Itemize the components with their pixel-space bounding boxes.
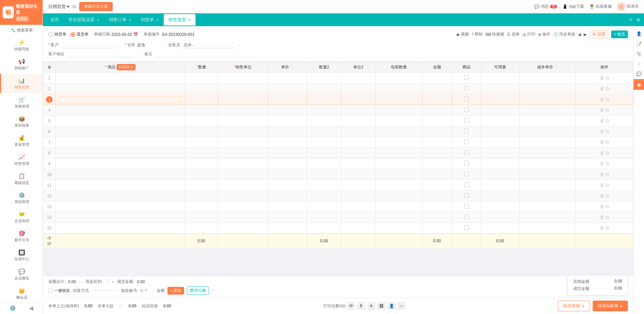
one-click-payment[interactable]: 一键收款 bbox=[48, 288, 70, 294]
cost-price-cell[interactable] bbox=[519, 105, 576, 116]
price-cell[interactable] bbox=[268, 94, 307, 105]
header-gear-icon[interactable]: ⚙ bbox=[72, 4, 76, 9]
quantity-cell[interactable] bbox=[185, 180, 218, 191]
unit-cell[interactable] bbox=[218, 212, 268, 223]
fee-split-btn[interactable]: 费用分摊 bbox=[187, 287, 209, 295]
qty2-cell[interactable] bbox=[307, 126, 341, 137]
available-cell[interactable] bbox=[481, 137, 519, 148]
price-cell[interactable] bbox=[268, 116, 307, 126]
available-cell[interactable] bbox=[481, 73, 519, 83]
price-cell[interactable] bbox=[268, 201, 307, 212]
sidebar-item-operations[interactable]: 📈 经营管理 bbox=[0, 150, 43, 170]
sidebar-item-basic[interactable]: 📋 基础信息 bbox=[0, 170, 43, 189]
copy-row-btn[interactable]: ⧉ bbox=[605, 160, 610, 167]
product-cell[interactable] bbox=[56, 201, 185, 212]
cost-price-cell[interactable] bbox=[519, 116, 576, 126]
select-order-btn[interactable]: ☰ 选单 bbox=[507, 32, 520, 37]
unit2-cell[interactable] bbox=[341, 94, 375, 105]
amount-cell[interactable] bbox=[422, 212, 452, 223]
price-cell[interactable] bbox=[268, 148, 307, 159]
gift-checkbox[interactable] bbox=[464, 214, 469, 219]
side-contacts-btn[interactable]: 👤 bbox=[634, 29, 644, 38]
available-cell[interactable] bbox=[481, 223, 519, 234]
product-cell[interactable] bbox=[56, 116, 185, 126]
address-dots-btn[interactable]: ··· bbox=[136, 52, 139, 57]
unit-cell[interactable] bbox=[218, 126, 268, 137]
qty2-cell[interactable] bbox=[307, 73, 341, 83]
cost-price-cell[interactable] bbox=[519, 126, 576, 137]
qty2-cell[interactable] bbox=[307, 169, 341, 180]
tab-close-icon[interactable]: ✕ bbox=[97, 18, 100, 22]
unit2-cell[interactable] bbox=[341, 137, 375, 148]
quantity-cell[interactable] bbox=[185, 116, 218, 126]
unit-cell[interactable] bbox=[218, 137, 268, 148]
cost-price-cell[interactable] bbox=[519, 212, 576, 223]
qty2-cell[interactable] bbox=[307, 105, 341, 116]
quantity-cell[interactable] bbox=[185, 223, 218, 234]
amount-cell[interactable] bbox=[422, 223, 452, 234]
available-cell[interactable] bbox=[481, 94, 519, 105]
video-btn[interactable]: ▶ 视频 bbox=[457, 32, 469, 37]
unit2-cell[interactable] bbox=[341, 223, 375, 234]
copy-row-btn[interactable]: ⧉ bbox=[605, 182, 610, 188]
gift-checkbox[interactable] bbox=[464, 107, 469, 112]
quantity-cell[interactable] bbox=[185, 212, 218, 223]
cost-price-cell[interactable] bbox=[519, 148, 576, 159]
unit2-cell[interactable] bbox=[341, 83, 375, 94]
cost-price-cell[interactable] bbox=[519, 191, 576, 201]
available-cell[interactable] bbox=[481, 169, 519, 180]
pack-qty-cell[interactable] bbox=[375, 148, 422, 159]
add-payment-btn[interactable]: + 添加 bbox=[167, 287, 184, 295]
cost-price-cell[interactable] bbox=[519, 223, 576, 234]
sidebar-item-finance[interactable]: 💰 资金管理 bbox=[0, 131, 43, 150]
unit-cell[interactable] bbox=[218, 191, 268, 201]
unit2-cell[interactable] bbox=[341, 105, 375, 116]
unit-cell[interactable] bbox=[218, 83, 268, 94]
sidebar-item-sales[interactable]: 📊 销售管理 bbox=[0, 74, 43, 93]
sidebar-item-member[interactable]: 👑 畅会员 bbox=[0, 284, 43, 302]
copy-row-btn[interactable]: ⧉ bbox=[605, 149, 610, 156]
cost-price-cell[interactable] bbox=[519, 73, 576, 83]
unit-cell[interactable] bbox=[218, 223, 268, 234]
gift-checkbox[interactable] bbox=[464, 86, 469, 90]
copy-row-btn[interactable]: ⧉ bbox=[605, 225, 610, 231]
qty2-cell[interactable] bbox=[307, 94, 341, 105]
unit2-cell[interactable] bbox=[341, 73, 375, 83]
micicon[interactable]: 🎙 bbox=[357, 302, 365, 310]
amount-cell[interactable] bbox=[422, 180, 452, 191]
product-cell[interactable] bbox=[56, 94, 185, 105]
delete-row-btn[interactable]: 🗑 bbox=[599, 171, 605, 178]
side-attach-btn[interactable]: 📎 bbox=[634, 49, 644, 58]
gift-checkbox[interactable] bbox=[464, 193, 469, 198]
unit2-cell[interactable] bbox=[341, 116, 375, 126]
available-cell[interactable] bbox=[481, 105, 519, 116]
amount-cell[interactable] bbox=[422, 148, 452, 159]
available-cell[interactable] bbox=[481, 116, 519, 126]
unit-cell[interactable] bbox=[218, 73, 268, 83]
qty2-cell[interactable] bbox=[307, 159, 341, 169]
side-orange-panel-btn[interactable]: ▣ bbox=[634, 79, 644, 90]
product-cell[interactable] bbox=[56, 126, 185, 137]
copy-row-btn[interactable]: ⧉ bbox=[605, 139, 610, 145]
pack-qty-cell[interactable] bbox=[375, 105, 422, 116]
unit-cell[interactable] bbox=[218, 105, 268, 116]
product-cell[interactable] bbox=[56, 137, 185, 148]
online-service-btn[interactable]: 👨‍💼 在线客服 bbox=[589, 4, 612, 9]
price-cell[interactable] bbox=[268, 137, 307, 148]
qty2-cell[interactable] bbox=[307, 223, 341, 234]
unit-cell[interactable] bbox=[218, 159, 268, 169]
price-cell[interactable] bbox=[268, 169, 307, 180]
accounting-dropdown[interactable] bbox=[92, 291, 118, 291]
imgicon[interactable]: 🖼 bbox=[377, 302, 385, 310]
product-cell[interactable] bbox=[56, 212, 185, 223]
account-dots-btn[interactable]: ··· bbox=[151, 289, 154, 293]
quantity-cell[interactable] bbox=[185, 148, 218, 159]
product-cell[interactable] bbox=[56, 180, 185, 191]
quantity-cell[interactable] bbox=[185, 83, 218, 94]
price-cell[interactable] bbox=[268, 105, 307, 116]
pack-qty-cell[interactable] bbox=[375, 83, 422, 94]
add-row-btn[interactable]: + bbox=[46, 96, 53, 103]
cost-price-cell[interactable] bbox=[519, 137, 576, 148]
quantity-cell[interactable] bbox=[185, 169, 218, 180]
gift-checkbox[interactable] bbox=[464, 150, 469, 155]
